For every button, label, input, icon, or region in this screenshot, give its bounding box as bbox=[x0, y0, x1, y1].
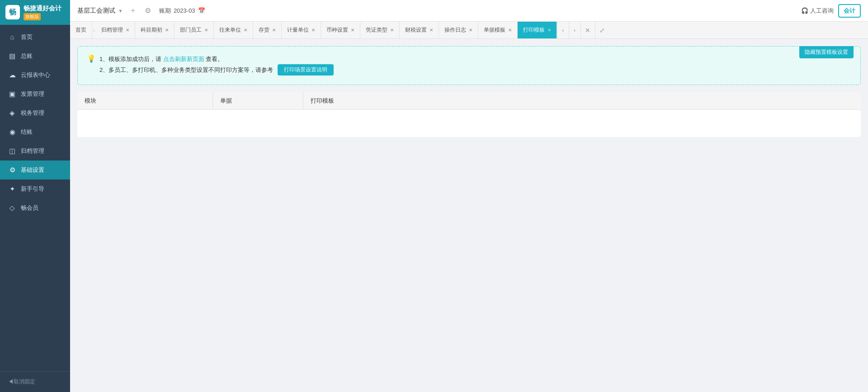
tab-inventory-close-icon[interactable]: ✕ bbox=[272, 28, 276, 33]
col-module: 模块 bbox=[77, 92, 213, 109]
tab-currency-label: 币种设置 bbox=[326, 26, 348, 34]
sidebar-item-ledger[interactable]: ▤ 总账 bbox=[0, 47, 70, 66]
support-button[interactable]: 🎧 人工咨询 bbox=[801, 7, 834, 15]
tab-currency[interactable]: 币种设置 ✕ bbox=[321, 22, 360, 38]
tab-voucher-close-icon[interactable]: ✕ bbox=[390, 28, 394, 33]
sidebar-item-home[interactable]: ⌂ 首页 bbox=[0, 28, 70, 47]
tax-icon: ◈ bbox=[8, 109, 16, 117]
page-content-wrapper: 隐藏预置模板设置 💡 1、模板添加成功后，请 点击刷新新页面 查看。 2、多员工… bbox=[77, 46, 861, 137]
reports-icon: ☁ bbox=[8, 71, 16, 79]
col-template: 打印模板 bbox=[303, 92, 861, 109]
company-dropdown-icon: ▼ bbox=[118, 8, 123, 14]
tabs-bar: 首页 ‹ 归档管理 ✕ 科目期初 ✕ 部门员工 ✕ 往来单位 ✕ 存货 ✕ 计量… bbox=[70, 22, 868, 39]
tab-archive[interactable]: 归档管理 ✕ bbox=[96, 22, 135, 38]
tab-archive-label: 归档管理 bbox=[101, 26, 123, 34]
tab-measure[interactable]: 计量单位 ✕ bbox=[282, 22, 321, 38]
sidebar-item-reports[interactable]: ☁ 云报表中心 bbox=[0, 66, 70, 85]
tab-dept-close-icon[interactable]: ✕ bbox=[204, 28, 208, 33]
tab-subjects[interactable]: 科目期初 ✕ bbox=[135, 22, 175, 38]
tab-inventory-label: 存货 bbox=[259, 26, 269, 34]
sidebar-item-close[interactable]: ◉ 结账 bbox=[0, 123, 70, 142]
tabs-scroll-left-btn[interactable]: ‹ bbox=[557, 22, 569, 38]
notice-line1-suffix: 查看。 bbox=[206, 56, 223, 62]
period-value: 2023-03 bbox=[174, 7, 195, 14]
headset-icon: 🎧 bbox=[801, 7, 808, 14]
tab-voucher[interactable]: 凭证类型 ✕ bbox=[360, 22, 400, 38]
tab-measure-label: 计量单位 bbox=[287, 26, 309, 34]
account-button[interactable]: 会计 bbox=[838, 4, 861, 18]
main-content: 基层工会测试 ▼ ＋ ⚙ 账期 2023-03 📅 🎧 人工咨询 会计 首页 ‹… bbox=[70, 0, 868, 392]
logo-badge: 旗舰版 bbox=[24, 13, 41, 20]
tab-finance-close-icon[interactable]: ✕ bbox=[429, 28, 433, 33]
tab-single-close-icon[interactable]: ✕ bbox=[508, 28, 512, 33]
tab-archive-close-icon[interactable]: ✕ bbox=[126, 28, 129, 33]
notice-refresh-link[interactable]: 点击刷新新页面 bbox=[163, 56, 204, 62]
add-tab-icon[interactable]: ＋ bbox=[127, 4, 138, 17]
notice-line2-prefix: 2、多员工、多打印机、多种业务类型设置不同打印方案等，请参考 bbox=[99, 65, 273, 75]
tab-subjects-close-icon[interactable]: ✕ bbox=[165, 28, 169, 33]
tabs-scroll-right-btn[interactable]: › bbox=[569, 22, 580, 38]
logo-icon: 畅 bbox=[5, 5, 20, 19]
tab-oplog[interactable]: 操作日志 ✕ bbox=[439, 22, 478, 38]
tab-print[interactable]: 打印模板 ✕ bbox=[518, 22, 557, 38]
sidebar-logo: 畅 畅捷通好会计 旗舰版 bbox=[0, 0, 70, 25]
tab-finance[interactable]: 财税设置 ✕ bbox=[400, 22, 439, 38]
ledger-icon: ▤ bbox=[8, 52, 16, 60]
tab-print-close-icon[interactable]: ✕ bbox=[547, 28, 551, 33]
tab-oplog-label: 操作日志 bbox=[444, 26, 466, 34]
sidebar-item-tax[interactable]: ◈ 税务管理 bbox=[0, 104, 70, 123]
notice-row-1: 💡 1、模板添加成功后，请 点击刷新新页面 查看。 2、多员工、多打印机、多种业… bbox=[87, 54, 851, 76]
member-icon: ◇ bbox=[8, 204, 16, 212]
page-content: 隐藏预置模板设置 💡 1、模板添加成功后，请 点击刷新新页面 查看。 2、多员工… bbox=[70, 39, 868, 392]
invoice-icon: ▣ bbox=[8, 90, 16, 98]
settings-gear-icon[interactable]: ⚙ bbox=[143, 5, 153, 17]
tab-measure-close-icon[interactable]: ✕ bbox=[311, 28, 315, 33]
company-name: 基层工会测试 bbox=[77, 7, 115, 15]
period-label: 账期 bbox=[159, 7, 171, 15]
close-accounts-icon: ◉ bbox=[8, 128, 16, 136]
sidebar-item-archive[interactable]: ◫ 归档管理 bbox=[0, 142, 70, 161]
sidebar-item-basic[interactable]: ⚙ 基础设置 bbox=[0, 161, 70, 179]
print-scene-btn[interactable]: 打印场景设置说明 bbox=[278, 64, 334, 76]
notice-box: 💡 1、模板添加成功后，请 点击刷新新页面 查看。 2、多员工、多打印机、多种业… bbox=[77, 46, 861, 85]
sidebar-item-member[interactable]: ◇ 畅会员 bbox=[0, 198, 70, 217]
tab-oplog-close-icon[interactable]: ✕ bbox=[469, 28, 472, 33]
sidebar-pin-toggle[interactable]: ◀取消固定 bbox=[0, 371, 70, 392]
notice-line-2: 2、多员工、多打印机、多种业务类型设置不同打印方案等，请参考 打印场景设置说明 bbox=[99, 64, 334, 76]
calendar-icon[interactable]: 📅 bbox=[198, 7, 205, 14]
tabs-expand-btn[interactable]: ⤢ bbox=[595, 22, 609, 38]
tab-home-label: 首页 bbox=[75, 26, 86, 34]
tab-subjects-label: 科目期初 bbox=[141, 26, 162, 34]
tab-currency-close-icon[interactable]: ✕ bbox=[351, 28, 354, 33]
tab-single[interactable]: 单据模板 ✕ bbox=[478, 22, 518, 38]
tab-print-label: 打印模板 bbox=[523, 26, 545, 34]
sidebar-item-invoice[interactable]: ▣ 发票管理 bbox=[0, 85, 70, 104]
tab-inventory[interactable]: 存货 ✕ bbox=[253, 22, 282, 38]
hide-template-button[interactable]: 隐藏预置模板设置 bbox=[799, 46, 854, 58]
print-template-table: 模块 单据 打印模板 bbox=[77, 92, 861, 137]
tab-suppliers-label: 往来单位 bbox=[219, 26, 241, 34]
col-document: 单据 bbox=[213, 92, 303, 109]
tab-dept-label: 部门员工 bbox=[180, 26, 202, 34]
topbar: 基层工会测试 ▼ ＋ ⚙ 账期 2023-03 📅 🎧 人工咨询 会计 bbox=[70, 0, 868, 22]
table-body bbox=[77, 110, 861, 137]
notice-line1-prefix: 1、模板添加成功后，请 bbox=[99, 56, 161, 62]
sidebar-item-guide[interactable]: ✦ 新手引导 bbox=[0, 179, 70, 198]
settings-icon: ⚙ bbox=[8, 166, 16, 174]
tab-voucher-label: 凭证类型 bbox=[366, 26, 387, 34]
sidebar: 畅 畅捷通好会计 旗舰版 ⌂ 首页 ▤ 总账 ☁ 云报表中心 ▣ 发票管理 ◈ … bbox=[0, 0, 70, 392]
home-icon: ⌂ bbox=[8, 33, 16, 41]
tab-suppliers[interactable]: 往来单位 ✕ bbox=[214, 22, 253, 38]
tab-finance-label: 财税设置 bbox=[405, 26, 427, 34]
notice-bulb-icon: 💡 bbox=[87, 54, 96, 63]
sidebar-nav: ⌂ 首页 ▤ 总账 ☁ 云报表中心 ▣ 发票管理 ◈ 税务管理 ◉ 结账 ◫ 归… bbox=[0, 25, 70, 371]
period-display: 账期 2023-03 📅 bbox=[159, 7, 205, 15]
tab-suppliers-close-icon[interactable]: ✕ bbox=[244, 28, 247, 33]
tab-dept[interactable]: 部门员工 ✕ bbox=[175, 22, 214, 38]
tab-separator: ‹ bbox=[92, 28, 96, 33]
guide-icon: ✦ bbox=[8, 185, 16, 193]
tabs-close-all-btn[interactable]: ✕ bbox=[580, 22, 595, 38]
tab-home[interactable]: 首页 bbox=[70, 22, 92, 38]
company-selector[interactable]: 基层工会测试 ▼ bbox=[77, 7, 123, 15]
tab-single-label: 单据模板 bbox=[484, 26, 505, 34]
